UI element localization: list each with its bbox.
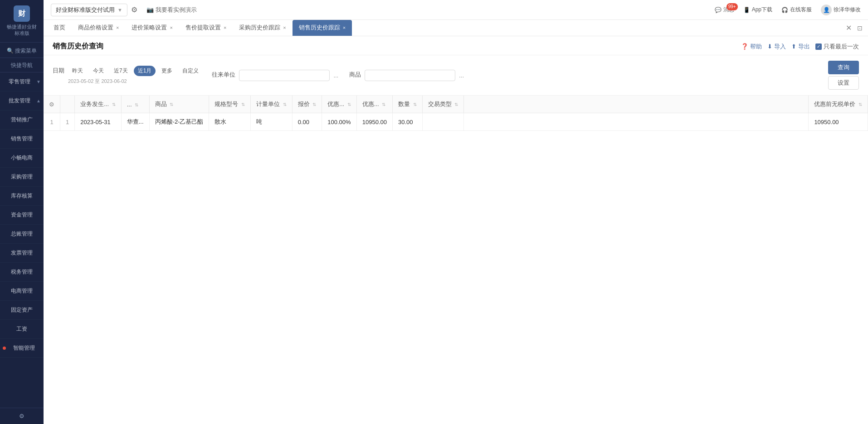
- help-link[interactable]: ❓ 帮助: [741, 43, 762, 51]
- help-icon: ❓: [741, 43, 748, 50]
- sidebar-item-ecommerce-small[interactable]: 小畅电商: [0, 149, 44, 168]
- row-trade-type: [422, 113, 464, 131]
- date-btn-custom[interactable]: 自定义: [178, 66, 203, 76]
- demo-icon: 📷: [146, 6, 154, 13]
- sidebar-item-sales[interactable]: 销售管理: [0, 130, 44, 149]
- col-product[interactable]: 商品 ⇅: [149, 96, 209, 113]
- sort-icon: ⇅: [858, 102, 862, 107]
- tab-price-settings[interactable]: 商品价格设置 ×: [72, 20, 125, 36]
- col-extra[interactable]: ... ⇅: [121, 96, 149, 113]
- data-table: ⚙ 业务发生... ⇅ ... ⇅ 商品 ⇅: [44, 96, 868, 131]
- row-discount1: 100.00%: [322, 113, 356, 131]
- sort-icon: ⇅: [283, 102, 287, 107]
- row-seq: 1: [60, 113, 75, 131]
- tab-sale-price[interactable]: 售价提取设置 ×: [179, 20, 233, 36]
- only-last-checkbox-label[interactable]: ✓ 只看最后一次: [815, 43, 859, 51]
- sort-icon: ⇅: [347, 102, 351, 107]
- col-discount2[interactable]: 优惠... ⇅: [356, 96, 392, 113]
- sidebar-item-tax[interactable]: 税务管理: [0, 263, 44, 282]
- sidebar-quick-nav[interactable]: 快捷导航: [0, 58, 44, 72]
- logo-icon: 财: [14, 5, 30, 22]
- col-discount1[interactable]: 优惠... ⇅: [322, 96, 356, 113]
- sidebar-item-retail[interactable]: 零售管理 ▼: [0, 72, 44, 92]
- source-unit-input[interactable]: [239, 70, 330, 81]
- app-download-button[interactable]: 📱 App下载: [743, 6, 772, 14]
- sidebar-settings-button[interactable]: ⚙: [0, 408, 44, 424]
- sort-icon: ⇅: [112, 102, 116, 107]
- query-button[interactable]: 查询: [828, 61, 859, 74]
- col-biz-date[interactable]: 业务发生... ⇅: [75, 96, 121, 113]
- messages-button[interactable]: 💬 消息 99+: [715, 6, 734, 14]
- user-profile-button[interactable]: 👤 徐泽华修改: [821, 5, 861, 15]
- sort-icon: ⇅: [413, 102, 417, 107]
- sidebar-item-invoice[interactable]: 发票管理: [0, 244, 44, 263]
- sidebar-item-wholesale[interactable]: 批发管理 ▲: [0, 92, 44, 111]
- sidebar-item-ecommerce[interactable]: 电商管理: [0, 282, 44, 301]
- export-link[interactable]: ⬆ 导出: [791, 43, 810, 51]
- date-btn-7days[interactable]: 近7天: [110, 66, 132, 76]
- tab-purchase-history[interactable]: 采购历史价跟踪 ×: [233, 20, 292, 36]
- date-btn-more[interactable]: 更多: [157, 66, 176, 76]
- sidebar-item-assets[interactable]: 固定资产: [0, 301, 44, 320]
- date-btn-yesterday[interactable]: 昨天: [68, 66, 87, 76]
- product-filter-group: 商品 ...: [349, 70, 466, 81]
- row-price: 0.00: [292, 113, 322, 131]
- col-qty[interactable]: 数量 ⇅: [393, 96, 423, 113]
- tab-sales-history-close[interactable]: ×: [343, 25, 346, 30]
- product-input[interactable]: [365, 70, 455, 81]
- tab-purchase-history-close[interactable]: ×: [283, 25, 286, 30]
- table-container: ⚙ 业务发生... ⇅ ... ⇅ 商品 ⇅: [44, 96, 868, 424]
- topbar-demo-link[interactable]: 📷 我要看实例演示: [146, 6, 197, 14]
- tabs-close-window-button[interactable]: ✕: [844, 23, 853, 33]
- chevron-down-icon: ▼: [36, 79, 41, 84]
- filter-settings-button[interactable]: 设置: [828, 76, 859, 90]
- col-spec[interactable]: 规格型号 ⇅: [209, 96, 251, 113]
- date-btn-1month[interactable]: 近1月: [134, 66, 156, 76]
- sidebar-logo: 财 畅捷通好业财 标准版: [0, 0, 44, 43]
- tab-price-settings-close[interactable]: ×: [116, 25, 119, 30]
- col-unit[interactable]: 计量单位 ⇅: [251, 96, 293, 113]
- page-title: 销售历史价查询: [53, 42, 103, 51]
- topbar: 好业财标准版交付试用 ▼ ⚙ 📷 我要看实例演示 💬 消息 99+ 📱 App下…: [44, 0, 868, 20]
- col-spacer: [464, 96, 809, 113]
- sidebar-item-payroll[interactable]: 工资: [0, 320, 44, 339]
- col-pretax-price[interactable]: 优惠前无税单价 ⇅: [809, 96, 868, 113]
- only-last-checkbox[interactable]: ✓: [815, 43, 822, 50]
- sidebar-item-finance[interactable]: 资金管理: [0, 206, 44, 225]
- source-unit-dots[interactable]: ...: [332, 71, 340, 80]
- logo-text: 畅捷通好业财 标准版: [7, 24, 37, 37]
- tabs-maximize-button[interactable]: ⊡: [855, 24, 864, 33]
- sidebar-item-ledger[interactable]: 总账管理: [0, 225, 44, 244]
- tab-sale-price-close[interactable]: ×: [224, 25, 226, 30]
- sort-icon: ⇅: [382, 102, 385, 107]
- tab-purchase-strategy[interactable]: 进价策略设置 ×: [125, 20, 179, 36]
- date-filter-label: 日期: [53, 67, 64, 75]
- sidebar-search[interactable]: 🔍 搜索菜单: [0, 43, 44, 58]
- col-trade-type[interactable]: 交易类型 ⇅: [422, 96, 464, 113]
- row-qty: 30.00: [393, 113, 423, 131]
- source-unit-label: 往来单位: [212, 71, 235, 79]
- import-link[interactable]: ⬇ 导入: [767, 43, 786, 51]
- module-chevron-icon: ▼: [117, 7, 122, 13]
- tab-sales-history[interactable]: 销售历史价跟踪 ×: [293, 20, 352, 36]
- col-settings[interactable]: ⚙: [44, 96, 60, 113]
- content-area: 销售历史价查询 ❓ 帮助 ⬇ 导入 ⬆ 导出 ✓ 只看最后一次: [44, 36, 868, 424]
- sort-icon: ⇅: [135, 102, 138, 107]
- topbar-settings-icon[interactable]: ⚙: [131, 5, 137, 14]
- date-buttons: 昨天 今天 近7天 近1月 更多 自定义: [68, 66, 203, 76]
- online-service-button[interactable]: 🎧 在线客服: [781, 6, 812, 14]
- sidebar-item-marketing[interactable]: 营销推广: [0, 111, 44, 130]
- tab-purchase-strategy-close[interactable]: ×: [170, 25, 172, 30]
- module-selector[interactable]: 好业财标准版交付试用 ▼: [51, 4, 127, 16]
- table-gear-icon[interactable]: ⚙: [49, 101, 54, 108]
- sidebar-item-smart[interactable]: 智能管理: [0, 339, 44, 358]
- tab-home[interactable]: 首页: [47, 20, 72, 36]
- col-price[interactable]: 报价 ⇅: [292, 96, 322, 113]
- sidebar-item-inventory[interactable]: 库存核算: [0, 187, 44, 206]
- phone-icon: 📱: [743, 7, 750, 13]
- module-name-label: 好业财标准版交付试用: [56, 6, 115, 14]
- sidebar-item-purchase[interactable]: 采购管理: [0, 168, 44, 187]
- row-num: 1: [44, 113, 60, 131]
- date-btn-today[interactable]: 今天: [89, 66, 108, 76]
- product-dots[interactable]: ...: [457, 71, 466, 80]
